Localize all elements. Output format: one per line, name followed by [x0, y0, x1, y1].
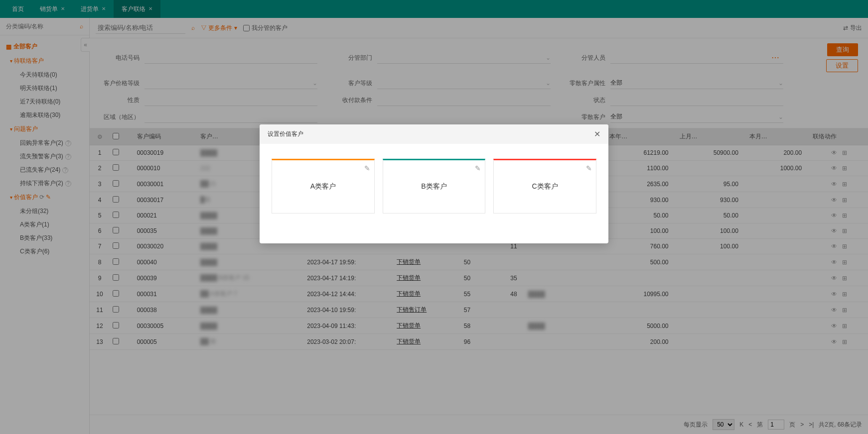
- value-customer-modal: 设置价值客户 ✕ ✎A类客户 ✎B类客户 ✎C类客户: [260, 124, 608, 243]
- edit-icon[interactable]: ✎: [364, 164, 370, 172]
- card-class-b[interactable]: ✎B类客户: [383, 159, 486, 214]
- edit-icon[interactable]: ✎: [586, 164, 592, 172]
- edit-icon[interactable]: ✎: [475, 164, 481, 172]
- modal-close-button[interactable]: ✕: [594, 129, 600, 139]
- modal-overlay[interactable]: 设置价值客户 ✕ ✎A类客户 ✎B类客户 ✎C类客户: [0, 0, 868, 434]
- card-class-a[interactable]: ✎A类客户: [272, 159, 375, 214]
- card-class-c[interactable]: ✎C类客户: [493, 159, 596, 214]
- modal-title: 设置价值客户: [268, 130, 303, 138]
